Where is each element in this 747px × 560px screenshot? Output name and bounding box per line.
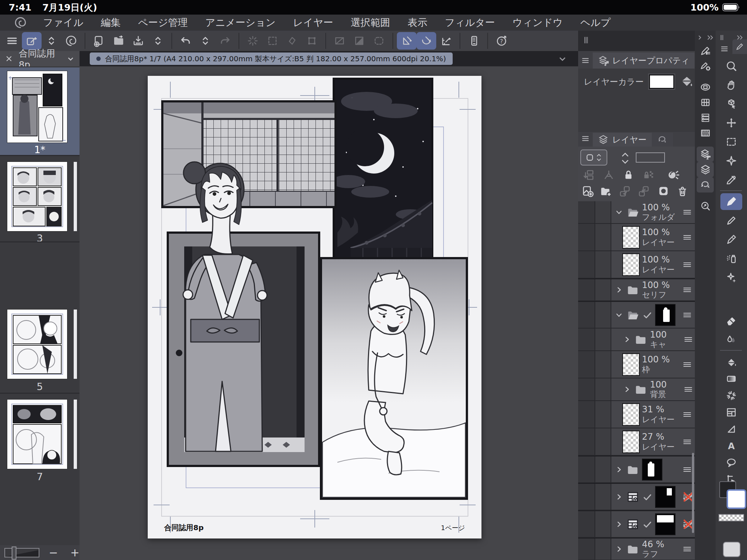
layer-row-4[interactable]: 100 %セリフ xyxy=(578,279,695,301)
layer-select-cell[interactable] xyxy=(595,484,611,510)
snap-special-button[interactable] xyxy=(417,32,436,50)
layer-visibility-cell[interactable] xyxy=(578,484,595,510)
expand-icon[interactable] xyxy=(614,492,624,502)
expand-panel-icon[interactable] xyxy=(696,33,704,42)
layer-row-1[interactable]: 100 %フォルダ xyxy=(578,201,695,224)
tab-layer[interactable]: レイヤー xyxy=(593,133,652,147)
layer-row-6[interactable]: 100キャ xyxy=(578,328,695,351)
page-thumbnail-5[interactable] xyxy=(7,310,67,379)
tool-frame-border[interactable] xyxy=(720,404,742,421)
layer-row-menu-icon[interactable] xyxy=(683,334,694,345)
chevron-updown-button[interactable] xyxy=(196,32,215,50)
expand-icon[interactable] xyxy=(614,465,624,474)
new-layer-icon[interactable] xyxy=(581,184,594,198)
lock-alpha-icon[interactable] xyxy=(642,168,655,182)
layer-visibility-cell[interactable] xyxy=(578,401,595,428)
page-view-button[interactable] xyxy=(723,542,740,557)
tool-brush[interactable] xyxy=(720,231,742,248)
document-tab[interactable]: 合同誌用8p* 1/7 (A4 210.00 x 297.00mm 製本サイズ:… xyxy=(90,52,453,65)
dock-panel-layer[interactable] xyxy=(697,162,714,177)
layer-thumbnail[interactable] xyxy=(622,226,640,249)
menu-item-8[interactable]: フィルター xyxy=(445,16,495,29)
menu-item-10[interactable]: ヘルプ xyxy=(580,16,611,29)
layer-select-cell[interactable] xyxy=(595,511,611,537)
layer-select-cell[interactable] xyxy=(595,302,611,328)
layer-row-7[interactable]: 100 %枠 xyxy=(578,351,695,378)
layer-select-cell[interactable] xyxy=(595,401,611,428)
expand-all-panels-icon[interactable] xyxy=(706,33,715,42)
tool-set-tab[interactable] xyxy=(732,39,747,54)
expand-icon[interactable] xyxy=(622,335,632,344)
tool-gradient[interactable] xyxy=(720,370,742,387)
layer-mask-thumbnail[interactable] xyxy=(655,486,676,508)
companion-device-button[interactable] xyxy=(464,32,484,50)
tool-balloon[interactable] xyxy=(720,454,742,471)
dock-panel-tool-property[interactable] xyxy=(697,58,714,74)
edit-window-button[interactable] xyxy=(22,32,42,50)
clip-studio-button[interactable] xyxy=(61,32,81,50)
layer-row-menu-icon[interactable] xyxy=(682,232,693,243)
layer-visibility-cell[interactable] xyxy=(578,378,595,400)
blend-mode-combo[interactable] xyxy=(580,149,607,166)
layer-color-swatch[interactable] xyxy=(649,74,674,89)
layer-select-cell[interactable] xyxy=(595,201,611,223)
half-fill-button[interactable] xyxy=(349,32,369,50)
thumbnail-zoom-slider[interactable] xyxy=(4,548,39,557)
update-burst-button[interactable] xyxy=(243,32,263,50)
panel-menu-icon[interactable] xyxy=(717,41,732,57)
layer-select-cell[interactable] xyxy=(595,251,611,278)
open-file-button[interactable] xyxy=(109,32,128,50)
dock-panel-sub-tool[interactable] xyxy=(697,43,714,58)
menu-item-4[interactable]: アニメーション xyxy=(205,16,276,29)
clip-below-icon[interactable] xyxy=(582,168,596,182)
zoom-slider-handle[interactable] xyxy=(12,547,16,560)
lock-icon[interactable] xyxy=(622,168,635,182)
dock-panel-material[interactable] xyxy=(697,110,714,125)
expand-icon[interactable] xyxy=(622,385,632,394)
select-frame-button[interactable] xyxy=(263,32,282,50)
page-manager-tab[interactable]: 合同誌用8p xyxy=(0,51,80,66)
layer-row-menu-icon[interactable] xyxy=(682,544,693,555)
dock-panel-layer-property[interactable] xyxy=(697,147,714,162)
layer-select-cell[interactable] xyxy=(595,279,611,300)
layer-list-scrollbar[interactable] xyxy=(692,453,694,533)
layer-row-9[interactable]: 31 %レイヤー xyxy=(578,401,695,428)
redo-button[interactable] xyxy=(215,32,235,50)
tool-fill[interactable] xyxy=(720,354,742,370)
dock-panel-navigator[interactable] xyxy=(697,79,714,95)
layer-row-menu-icon[interactable] xyxy=(683,384,694,395)
layer-thumbnail[interactable] xyxy=(622,353,640,376)
ruler-compass-icon[interactable] xyxy=(602,168,615,182)
snap-grid-button[interactable] xyxy=(436,32,456,50)
menu-item-9[interactable]: ウィンドウ xyxy=(512,16,563,29)
tool-operate[interactable] xyxy=(720,96,742,112)
reference-layer-icon[interactable] xyxy=(667,168,680,182)
menu-item-1[interactable]: ファイル xyxy=(43,16,84,29)
rect-slash-button[interactable] xyxy=(330,32,349,50)
sub-color-swatch[interactable] xyxy=(728,491,745,508)
delete-layer-icon[interactable] xyxy=(676,184,689,198)
layer-row-14[interactable]: 46 %ラフ xyxy=(578,538,695,560)
tool-blend[interactable] xyxy=(720,331,742,348)
main-menu-button[interactable] xyxy=(2,32,22,50)
panel-menu-icon[interactable] xyxy=(578,52,593,69)
tool-pencil[interactable] xyxy=(720,212,742,229)
page-item-7[interactable]: 7 xyxy=(0,395,80,480)
layer-row-menu-icon[interactable] xyxy=(682,464,693,475)
tool-decoration[interactable] xyxy=(720,269,742,286)
layer-row-8[interactable]: 100背景 xyxy=(578,378,695,401)
collapse-icon[interactable] xyxy=(614,310,624,320)
snap-ruler-button[interactable] xyxy=(397,32,417,50)
layer-thumbnail[interactable] xyxy=(622,431,640,453)
layer-mask-thumbnail[interactable] xyxy=(655,304,676,326)
chevron-updown-button[interactable] xyxy=(42,32,61,50)
layer-row-menu-icon[interactable] xyxy=(682,436,693,447)
undo-button[interactable] xyxy=(176,32,196,50)
layer-row-menu-icon[interactable] xyxy=(682,259,693,270)
layer-row-menu-icon[interactable] xyxy=(682,284,693,295)
layer-visibility-cell[interactable] xyxy=(578,328,595,350)
tool-effect-lines[interactable] xyxy=(720,387,742,404)
layer-visibility-cell[interactable] xyxy=(578,279,595,300)
manga-page[interactable]: 合同誌用8p 1ページ xyxy=(148,76,481,538)
expand-icon[interactable] xyxy=(614,285,624,295)
